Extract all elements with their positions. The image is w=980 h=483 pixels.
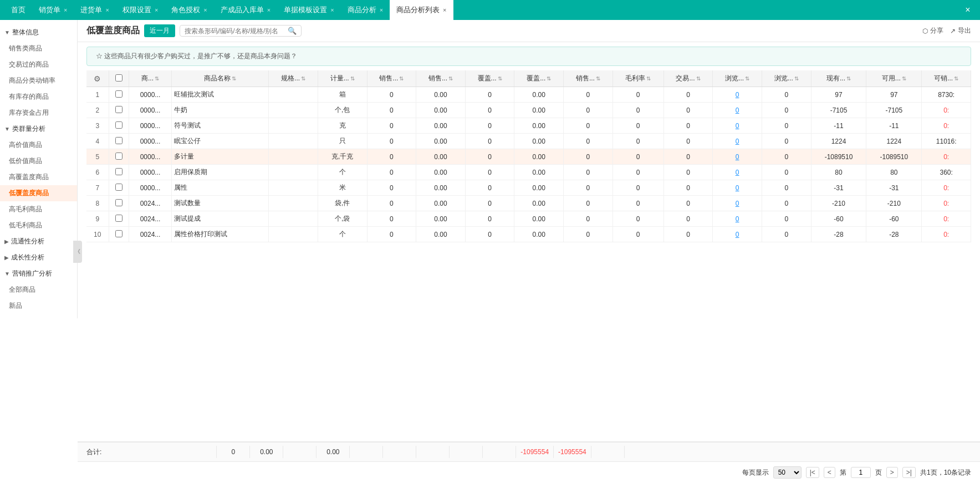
sidebar-section-liquidity[interactable]: ▶ 流通性分析 [0, 233, 77, 250]
nav-home[interactable]: 首页 [4, 0, 32, 20]
window-close-button[interactable]: × [960, 2, 976, 18]
row-browse1[interactable]: 0 [713, 180, 762, 196]
nav-close-production[interactable]: × [267, 0, 270, 20]
row-checkbox[interactable] [109, 87, 129, 103]
sidebar-item-all-products[interactable]: 全部商品 [0, 282, 77, 298]
row-checkbox[interactable] [109, 180, 129, 196]
nav-close-list[interactable]: × [443, 0, 446, 20]
sidebar-collapse-tab[interactable]: 《 [73, 241, 82, 263]
th-sales-amt[interactable]: 销售...⇅ [416, 70, 466, 87]
row-browse1[interactable]: 0 [713, 87, 762, 103]
th-coverage2[interactable]: 覆盖...⇅ [514, 70, 564, 87]
share-button[interactable]: ⬡ 分享 [922, 26, 943, 35]
row-available: -210 [866, 196, 922, 211]
th-settings[interactable]: ⚙ [86, 70, 109, 87]
row-checkbox[interactable] [109, 118, 129, 134]
sidebar-item-in-stock[interactable]: 有库存的商品 [0, 89, 77, 105]
nav-close-template[interactable]: × [330, 0, 334, 20]
sidebar-item-category-rate[interactable]: 商品分类动销率 [0, 73, 77, 89]
export-button[interactable]: ↗ 导出 [950, 26, 971, 35]
nav-sales-order[interactable]: 销货单 × [32, 0, 74, 20]
sidebar-item-high-value[interactable]: 高价值商品 [0, 137, 77, 153]
row-browse1[interactable]: 0 [713, 134, 762, 149]
nav-close-permissions[interactable]: × [155, 0, 158, 20]
section-general-label: 整体信息 [12, 28, 39, 37]
th-browse2[interactable]: 浏览...⇅ [762, 70, 811, 87]
sidebar-item-low-coverage[interactable]: 低覆盖度商品 [0, 185, 77, 201]
sidebar-item-traded-products[interactable]: 交易过的商品 [0, 57, 77, 73]
nav-permissions[interactable]: 权限设置 × [116, 0, 165, 20]
row-code: 0000... [129, 165, 171, 180]
row-spec [269, 211, 318, 227]
th-gross-rate[interactable]: 毛利率⇅ [612, 70, 663, 87]
nav-analysis-list[interactable]: 商品分析列表 × [390, 0, 453, 20]
row-browse2: 0 [762, 196, 811, 211]
row-browse1[interactable]: 0 [713, 118, 762, 134]
period-button[interactable]: 近一月 [144, 24, 175, 37]
row-browse1[interactable]: 0 [713, 196, 762, 211]
th-spec[interactable]: 规格...⇅ [269, 70, 318, 87]
th-trade[interactable]: 交易...⇅ [663, 70, 713, 87]
row-checkbox[interactable] [109, 196, 129, 211]
sidebar-item-low-gross[interactable]: 低毛利商品 [0, 217, 77, 233]
th-sales3[interactable]: 销售...⇅ [564, 70, 613, 87]
th-name[interactable]: 商品名称⇅ [171, 70, 269, 87]
nav-purchase[interactable]: 进货单 × [74, 0, 115, 20]
th-available[interactable]: 可用...⇅ [866, 70, 922, 87]
nav-production[interactable]: 产成品入库单 × [214, 0, 277, 20]
row-browse1[interactable]: 0 [713, 227, 762, 242]
sidebar-item-high-coverage[interactable]: 高覆盖度商品 [0, 169, 77, 185]
page-size-select[interactable]: 20 50 100 [773, 466, 802, 479]
row-num: 8 [86, 196, 109, 211]
row-cov1: 0 [465, 118, 514, 134]
th-current[interactable]: 现有...⇅ [811, 70, 866, 87]
row-checkbox[interactable] [109, 227, 129, 242]
th-sellable[interactable]: 可销...⇅ [922, 70, 971, 87]
th-unit[interactable]: 计量...⇅ [318, 70, 367, 87]
nav-close-roles[interactable]: × [203, 0, 207, 20]
sidebar-item-high-gross[interactable]: 高毛利商品 [0, 201, 77, 217]
sidebar-section-marketing[interactable]: ▼ 营销推广分析 [0, 266, 77, 282]
row-checkbox[interactable] [109, 149, 129, 165]
select-all-checkbox[interactable] [115, 74, 122, 82]
row-browse1[interactable]: 0 [713, 165, 762, 180]
next-page-button[interactable]: > [886, 467, 898, 478]
row-browse1[interactable]: 0 [713, 211, 762, 227]
row-available: -7105 [866, 103, 922, 118]
table-row: 6 0000... 启用保质期 个 0 0.00 0 0.00 0 0 0 0 … [86, 165, 971, 180]
row-checkbox[interactable] [109, 211, 129, 227]
nav-template[interactable]: 单据模板设置 × [277, 0, 340, 20]
th-sales-qty[interactable]: 销售...⇅ [367, 70, 416, 87]
settings-gear-icon[interactable]: ⚙ [94, 74, 101, 83]
th-browse1[interactable]: 浏览...⇅ [713, 70, 762, 87]
row-checkbox[interactable] [109, 103, 129, 118]
sidebar-item-capital[interactable]: 库存资金占用 [0, 105, 77, 121]
sidebar-section-cluster[interactable]: ▼ 类群量分析 [0, 121, 77, 137]
search-box: 🔍 [180, 25, 302, 37]
section-liquidity-label: 流通性分析 [11, 237, 44, 246]
nav-product-analysis[interactable]: 商品分析 × [341, 0, 390, 20]
row-checkbox[interactable] [109, 134, 129, 149]
th-checkbox[interactable] [109, 70, 129, 87]
first-page-button[interactable]: |< [806, 467, 819, 478]
search-input[interactable] [185, 27, 288, 35]
sidebar-item-new-products[interactable]: 新品 [0, 298, 77, 314]
nav-close-sales[interactable]: × [64, 0, 67, 20]
row-spec [269, 165, 318, 180]
th-coverage1[interactable]: 覆盖...⇅ [465, 70, 514, 87]
sidebar-section-general[interactable]: ▼ 整体信息 [0, 24, 77, 40]
sidebar-section-growth[interactable]: ▶ 成长性分析 [0, 250, 77, 266]
row-sales3: 0 [564, 118, 613, 134]
row-browse1[interactable]: 0 [713, 149, 762, 165]
page-number-input[interactable] [851, 467, 871, 478]
row-browse1[interactable]: 0 [713, 103, 762, 118]
row-checkbox[interactable] [109, 165, 129, 180]
nav-close-analysis[interactable]: × [380, 0, 383, 20]
last-page-button[interactable]: >| [902, 467, 916, 478]
nav-roles[interactable]: 角色授权 × [165, 0, 213, 20]
sidebar-item-sales-products[interactable]: 销售类商品 [0, 40, 77, 57]
nav-close-purchase[interactable]: × [105, 0, 109, 20]
prev-page-button[interactable]: < [824, 467, 835, 478]
sidebar-item-low-value[interactable]: 低价值商品 [0, 153, 77, 169]
th-code[interactable]: 商...⇅ [129, 70, 171, 87]
